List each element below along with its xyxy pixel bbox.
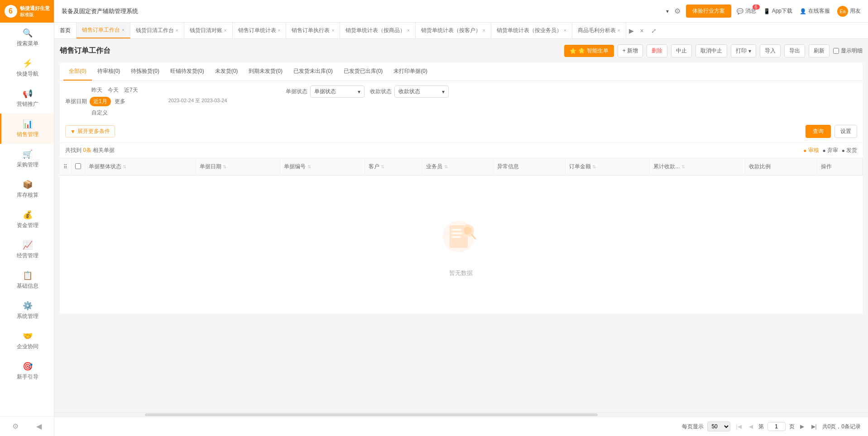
collapse-icon[interactable]: ◀ xyxy=(36,422,42,431)
sort-icon[interactable]: ⇅ xyxy=(223,164,226,169)
tab-sales-workbench[interactable]: 销售订单工作台× xyxy=(77,23,130,38)
tab-close-sales-stat-customer[interactable]: × xyxy=(483,28,485,33)
subtab-pending-review[interactable]: 待审核(0) xyxy=(92,63,126,81)
sidebar-item-purchase[interactable]: 🛒采购管理 xyxy=(0,144,54,174)
sidebar-item-inventory[interactable]: 📦库存核算 xyxy=(0,174,54,204)
sidebar-item-marketing[interactable]: 📢营销推广 xyxy=(0,83,54,114)
query-btn[interactable]: 查询 xyxy=(806,125,831,138)
scrollbar-thumb[interactable] xyxy=(145,413,598,416)
collection-select[interactable]: 收款状态 ▾ xyxy=(394,85,449,98)
batch-btn-弃审[interactable]: ● 弃审 xyxy=(823,147,838,154)
expand-more-btn[interactable]: ▼ 展开更多条件 xyxy=(65,125,115,137)
page-input[interactable] xyxy=(767,422,786,431)
tab-product-profit[interactable]: 商品毛利分析表× xyxy=(572,23,626,38)
tab-close-cash-daily[interactable]: × xyxy=(176,28,178,33)
topbar-industry-btn[interactable]: 体验行业方案 xyxy=(686,5,731,18)
smart-order-btn[interactable]: ⭐ 🌟 智能生单 xyxy=(564,45,614,57)
tab-sales-stat-staff[interactable]: 销货单统计表（按业务员）× xyxy=(491,23,572,38)
print-btn[interactable]: 打印 ▾ xyxy=(731,44,756,57)
subtab-not-printed[interactable]: 未打印单据(0) xyxy=(388,63,433,81)
date-shortcut-更多[interactable]: 更多 xyxy=(113,97,127,106)
tab-close-sales-exec[interactable]: × xyxy=(331,28,334,33)
subtab-overdue-not-shipped[interactable]: 到期未发货(0) xyxy=(243,63,288,81)
tab-close-sales-stat[interactable]: × xyxy=(278,28,281,33)
sidebar-item-enterprise[interactable]: 🤝企业协同 xyxy=(0,326,54,356)
tab-close-sales-stat-product[interactable]: × xyxy=(407,28,410,33)
last-page-btn[interactable]: ▶| xyxy=(810,422,819,431)
sidebar-item-quick-nav[interactable]: ⚡快捷导航 xyxy=(0,53,54,83)
select-all-checkbox[interactable] xyxy=(75,163,81,169)
tab-close-product-profit[interactable]: × xyxy=(618,28,620,33)
tab-sales-stat[interactable]: 销售订单统计表× xyxy=(233,23,287,38)
subtab-pending-inspect[interactable]: 待拣验货(0) xyxy=(125,63,165,81)
show-detail-checkbox[interactable] xyxy=(833,48,839,54)
topbar-system-dropdown[interactable]: ▾ xyxy=(666,8,669,14)
tab-close-sales-stat-staff[interactable]: × xyxy=(564,28,566,33)
tab-home[interactable]: 首页 xyxy=(54,23,77,38)
topbar-gear-icon[interactable]: ⚙ xyxy=(674,7,681,15)
tab-nav-right[interactable]: ▶ xyxy=(626,23,637,38)
show-detail-label[interactable]: 显示明细 xyxy=(833,47,863,55)
subtab-shipped-not-out[interactable]: 已发货未出库(0) xyxy=(288,63,338,81)
subtab-shipped-out[interactable]: 已发货已出库(0) xyxy=(338,63,388,81)
refresh-btn[interactable]: 刷新 xyxy=(809,44,830,57)
page-size-select[interactable]: 102050100 xyxy=(707,422,730,431)
sort-icon[interactable]: ⇅ xyxy=(307,164,311,169)
delete-btn[interactable]: 删除 xyxy=(647,44,667,57)
tab-close-sales-workbench[interactable]: × xyxy=(122,28,125,33)
tab-close-cash-reconcile[interactable]: × xyxy=(224,28,227,33)
th-单据编号[interactable]: 单据编号 ⇅ xyxy=(280,158,364,175)
subtab-not-shipped[interactable]: 未发货(0) xyxy=(210,63,244,81)
tab-cash-reconcile[interactable]: 钱货日清对账× xyxy=(184,23,233,38)
topbar-app-download[interactable]: 📱 App下载 xyxy=(763,7,792,15)
batch-btn-发货[interactable]: ● 发货 xyxy=(842,147,857,154)
topbar-online-service[interactable]: 👤 在线客服 xyxy=(800,7,830,15)
sidebar-item-system[interactable]: ⚙️系统管理 xyxy=(0,295,54,326)
tab-sales-stat-product[interactable]: 销货单统计表（按商品）× xyxy=(340,23,416,38)
tab-sales-stat-customer[interactable]: 销货单统计表（按客户）× xyxy=(416,23,491,38)
date-shortcut-近1月[interactable]: 近1月 xyxy=(90,97,111,106)
status-select[interactable]: 单据状态 ▾ xyxy=(310,85,364,98)
tab-maximize[interactable]: ⤢ xyxy=(647,23,660,38)
sort-icon[interactable]: ⇅ xyxy=(381,164,384,169)
subtab-wangpu-pending[interactable]: 旺铺待发货(0) xyxy=(165,63,210,81)
date-shortcut-昨天[interactable]: 昨天 xyxy=(90,85,104,95)
topbar-message[interactable]: 💬 消息 6 xyxy=(737,7,756,15)
sidebar-item-guide[interactable]: 🎯新手引导 xyxy=(0,356,54,386)
settings-icon[interactable]: ⚙ xyxy=(12,422,19,431)
batch-btn-审核[interactable]: ● 审核 xyxy=(803,147,819,154)
first-page-btn[interactable]: |◀ xyxy=(734,422,743,431)
sort-icon[interactable]: ⇅ xyxy=(592,164,596,169)
sidebar-item-operation[interactable]: 📈经营管理 xyxy=(0,235,54,265)
tab-sales-exec[interactable]: 销售订单执行表× xyxy=(286,23,340,38)
th-业务员[interactable]: 业务员 ⇅ xyxy=(422,158,494,175)
cancel-stop-btn[interactable]: 取消中止 xyxy=(695,44,727,57)
add-btn[interactable]: + 新增 xyxy=(618,44,643,57)
th-客户[interactable]: 客户 ⇅ xyxy=(364,158,422,175)
subtab-all[interactable]: 全部(0) xyxy=(63,63,92,81)
th-单据日期[interactable]: 单据日期 ⇅ xyxy=(196,158,280,175)
prev-page-btn[interactable]: ◀ xyxy=(747,422,755,431)
next-page-btn[interactable]: ▶ xyxy=(798,422,806,431)
import-btn[interactable]: 导入 xyxy=(760,44,781,57)
th-单据整体状态[interactable]: 单据整体状态 ⇅ xyxy=(85,158,196,175)
sort-icon[interactable]: ⇅ xyxy=(123,164,126,169)
stop-btn[interactable]: 中止 xyxy=(671,44,692,57)
sidebar-item-basic-info[interactable]: 📋基础信息 xyxy=(0,265,54,295)
sidebar-item-sales[interactable]: 📊销售管理 xyxy=(0,114,54,144)
date-shortcut-今天[interactable]: 今天 xyxy=(106,85,120,95)
tab-cash-daily[interactable]: 钱货日清工作台× xyxy=(130,23,184,38)
filter-setting-btn[interactable]: 设置 xyxy=(834,125,857,138)
sidebar-item-search[interactable]: 🔍搜索菜单 xyxy=(0,23,54,53)
sort-icon[interactable]: ⇅ xyxy=(681,164,685,169)
horizontal-scrollbar[interactable] xyxy=(54,412,868,417)
th-订单金额[interactable]: 订单金额 ⇅ xyxy=(566,158,650,175)
export-btn[interactable]: 导出 xyxy=(784,44,805,57)
date-shortcut-近7天[interactable]: 近7天 xyxy=(122,85,140,95)
tab-close-all[interactable]: × xyxy=(637,23,647,38)
date-shortcut-自定义[interactable]: 自定义 xyxy=(90,108,110,118)
th-累计收款...[interactable]: 累计收款... ⇅ xyxy=(650,158,745,175)
sort-icon[interactable]: ⇅ xyxy=(444,164,448,169)
topbar-user[interactable]: Ea 用友 xyxy=(837,6,861,17)
sidebar-item-finance[interactable]: 💰资金管理 xyxy=(0,204,54,235)
